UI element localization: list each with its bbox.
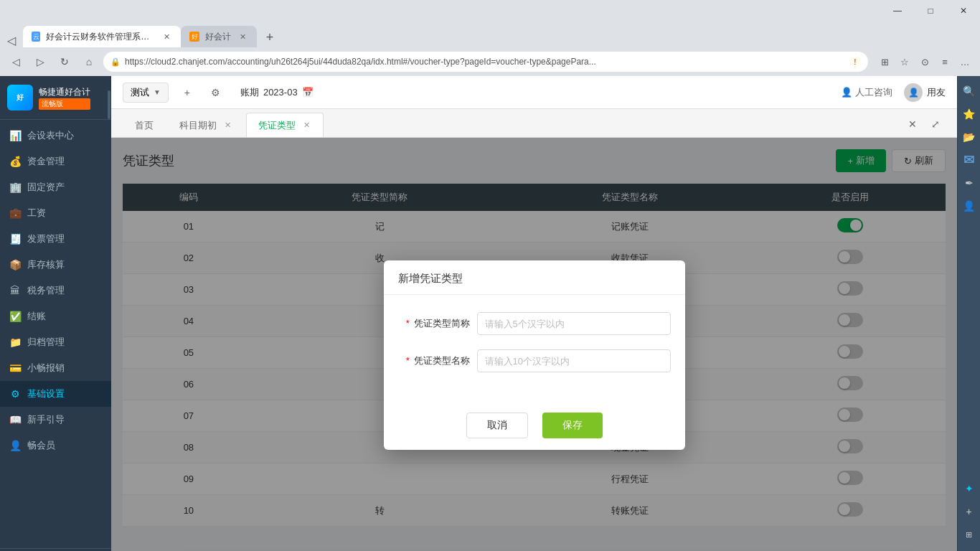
calendar-icon[interactable]: 📅 <box>302 87 314 98</box>
closing-icon: ✅ <box>9 310 22 323</box>
favorites-button[interactable]: ☆ <box>895 52 914 71</box>
workspace-selector[interactable]: 测试 ▼ <box>123 83 169 103</box>
plus-edge-button[interactable]: + <box>960 502 979 521</box>
required-mark-abbr: * <box>406 318 410 329</box>
sidebar: 好 畅捷通好合计 流畅版 📊 会设表中心 💰 资金管理 🏢 固定资产 💼 工资 <box>0 76 111 551</box>
sidebar-item-label: 畅会员 <box>27 439 55 452</box>
main-content: 测试 ▼ + ⚙ 账期 2023-03 📅 👤 人工咨询 👤 用友 <box>111 76 957 551</box>
title-bar: — □ ✕ <box>0 0 980 22</box>
sidebar-item-settings[interactable]: ⚙ 基础设置 <box>0 381 111 407</box>
browser-back-button[interactable]: ◁ <box>0 34 23 47</box>
refresh-button[interactable]: ↻ <box>55 52 75 72</box>
archive-icon: 📁 <box>9 336 22 349</box>
user-edge-button[interactable]: 👤 <box>960 197 979 215</box>
sidebar-item-label: 税务管理 <box>27 284 65 297</box>
tab-expand-button[interactable]: ⤢ <box>925 114 946 134</box>
browser-action-buttons: ⊞ ☆ ⊙ ≡ … <box>875 52 974 71</box>
add-workspace-button[interactable]: + <box>177 83 197 103</box>
logo-icon: 好 <box>7 85 33 110</box>
tab-close-2[interactable]: ✕ <box>237 31 248 42</box>
tab-close-panel-button[interactable]: ✕ <box>903 114 923 134</box>
save-button[interactable]: 保存 <box>542 413 603 438</box>
extensions-button[interactable]: ⊞ <box>875 52 894 71</box>
url-text: https://cloud2.chanjet.com/accounting/uh… <box>125 57 845 67</box>
logo-text: 畅捷通好合计 <box>39 86 90 98</box>
modal-body: * 凭证类型简称 * 凭证类型名称 <box>384 295 685 404</box>
right-edge-toolbar: 🔍 ⭐ 📂 ✉ ✒ 👤 ✦ + ⊞ ⚙ <box>957 76 980 551</box>
form-row-name: * 凭证类型名称 <box>398 349 671 372</box>
copilot-button[interactable]: ✦ <box>960 479 979 498</box>
sidebar-item-payroll[interactable]: 💼 工资 <box>0 200 111 226</box>
url-input[interactable]: 🔒 https://cloud2.chanjet.com/accounting/… <box>103 52 868 72</box>
assets-icon: 🏢 <box>9 181 22 194</box>
minimize-button[interactable]: — <box>881 0 914 22</box>
search-edge-button[interactable]: 🔍 <box>960 82 979 100</box>
sidebar-item-assets[interactable]: 🏢 固定资产 <box>0 174 111 200</box>
add-voucher-type-modal: 新增凭证类型 * 凭证类型简称 * <box>384 260 685 450</box>
warning-icon: ! <box>849 56 861 67</box>
feather-edge-button[interactable]: ✒ <box>960 174 979 192</box>
back-button[interactable]: ◁ <box>6 52 26 72</box>
tab-voucher-type[interactable]: 凭证类型 ✕ <box>246 113 324 137</box>
tab-label-1: 好会计云财务软件管理系统_会计 <box>46 31 156 43</box>
modal-header: 新增凭证类型 <box>384 260 685 295</box>
logo-badge: 流畅版 <box>39 98 90 110</box>
voucher-abbr-input[interactable] <box>477 312 671 335</box>
form-abbr-label: * 凭证类型简称 <box>398 317 477 330</box>
form-name-label: * 凭证类型名称 <box>398 354 477 367</box>
window-controls: — □ ✕ <box>881 0 980 22</box>
browser-tab-inactive[interactable]: 好 好会计 ✕ <box>181 26 257 47</box>
period-value: 2023-03 <box>263 87 298 98</box>
tab-close-1[interactable]: ✕ <box>162 31 172 42</box>
sidebar-item-guide[interactable]: 📖 新手引导 <box>0 407 111 433</box>
voucher-name-input[interactable] <box>477 349 671 372</box>
sidebar-item-member[interactable]: 👤 畅会员 <box>0 433 111 458</box>
collections-button[interactable]: ⊙ <box>915 52 934 71</box>
sidebar-item-label: 新手引导 <box>27 413 65 426</box>
grid-edge-button[interactable]: ⊞ <box>960 525 979 544</box>
forward-button[interactable]: ▷ <box>30 52 50 72</box>
collection-edge-button[interactable]: 📂 <box>960 128 979 146</box>
sidebar-item-label: 固定资产 <box>27 181 65 194</box>
cancel-button[interactable]: 取消 <box>466 413 528 438</box>
modal-overlay[interactable]: 新增凭证类型 * 凭证类型简称 * <box>111 138 957 551</box>
consulting-label: 人工咨询 <box>855 86 892 99</box>
sidebar-item-finance[interactable]: 💰 资金管理 <box>0 149 111 174</box>
tab-favicon-2: 好 <box>189 32 199 42</box>
tab-label-2: 好会计 <box>205 31 231 43</box>
payroll-icon: 💼 <box>9 207 22 220</box>
sidebar-item-dashboard[interactable]: 📊 会设表中心 <box>0 123 111 149</box>
user-info[interactable]: 👤 用友 <box>904 83 946 102</box>
sidebar-item-closing[interactable]: ✅ 结账 <box>0 303 111 329</box>
sidebar-item-label: 发票管理 <box>27 232 65 245</box>
sidebar-item-tax[interactable]: 🏛 税务管理 <box>0 278 111 303</box>
close-window-button[interactable]: ✕ <box>947 0 980 22</box>
tab-voucher-close[interactable]: ✕ <box>301 121 311 131</box>
tab-home[interactable]: 首页 <box>123 113 166 137</box>
new-tab-button[interactable]: + <box>260 27 280 47</box>
tab-subject[interactable]: 科目期初 ✕ <box>167 113 245 137</box>
sidebar-item-inventory[interactable]: 📦 库存核算 <box>0 252 111 278</box>
sidebar-item-expense[interactable]: 💳 小畅报销 <box>0 355 111 381</box>
home-button[interactable]: ⌂ <box>79 52 99 72</box>
sidebar-item-label: 资金管理 <box>27 155 65 168</box>
tax-icon: 🏛 <box>9 284 22 297</box>
star-edge-button[interactable]: ⭐ <box>960 105 979 123</box>
tab-subject-close[interactable]: ✕ <box>222 121 232 131</box>
outlook-edge-button[interactable]: ✉ <box>960 151 979 169</box>
user-name: 用友 <box>927 86 946 99</box>
consulting-button[interactable]: 👤 人工咨询 <box>841 86 892 99</box>
top-bar: 测试 ▼ + ⚙ 账期 2023-03 📅 👤 人工咨询 👤 用友 <box>111 76 957 109</box>
form-row-abbr: * 凭证类型简称 <box>398 312 671 335</box>
settings-edge-button[interactable]: ⚙ <box>960 548 979 551</box>
reading-view-button[interactable]: ≡ <box>936 52 954 71</box>
maximize-button[interactable]: □ <box>914 0 947 22</box>
workspace-settings-button[interactable]: ⚙ <box>206 83 226 103</box>
sidebar-item-invoice[interactable]: 🧾 发票管理 <box>0 226 111 252</box>
settings-button[interactable]: … <box>956 52 974 71</box>
sidebar-item-label: 会设表中心 <box>27 129 74 142</box>
browser-tab-active[interactable]: 云 好会计云财务软件管理系统_会计 ✕ <box>23 26 181 47</box>
period-label: 账期 <box>240 86 259 99</box>
lock-icon: 🔒 <box>110 57 121 67</box>
sidebar-item-archive[interactable]: 📁 归档管理 <box>0 329 111 355</box>
